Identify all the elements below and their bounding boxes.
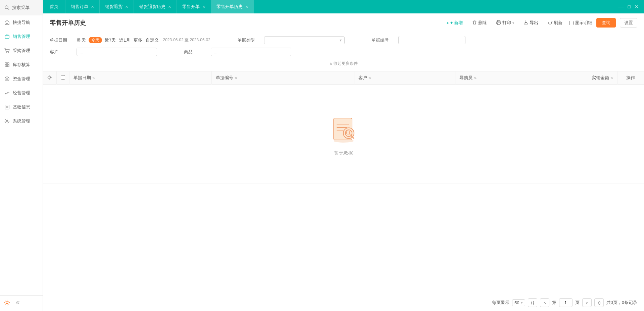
- export-icon: [524, 20, 528, 26]
- goods-placeholder-text: ...: [214, 49, 217, 54]
- svg-rect-8: [7, 65, 9, 67]
- delete-button[interactable]: 删除: [469, 18, 490, 27]
- doc-num-input[interactable]: [398, 36, 465, 44]
- date-options: 昨天 今天 近7天 近1月 更多 自定义 2023-06-02 至 2023-0…: [77, 37, 210, 44]
- next-page-button[interactable]: ＞: [582, 298, 592, 307]
- per-page-value: 50: [514, 300, 519, 305]
- date-opt-yesterday[interactable]: 昨天: [77, 37, 87, 44]
- th-customer[interactable]: 客户 ⇅: [354, 71, 455, 85]
- tab-close-icon[interactable]: ✕: [91, 5, 94, 9]
- collapse-button[interactable]: ∧ 收起更多条件: [330, 61, 358, 66]
- th-salesperson[interactable]: 导购员 ⇅: [455, 71, 577, 85]
- collapse-label: 收起更多条件: [334, 61, 358, 66]
- tab-sales-return-label: 销货退货: [105, 4, 122, 10]
- search-icon: [4, 5, 10, 11]
- export-button[interactable]: 导出: [521, 18, 541, 27]
- settings-icon[interactable]: [4, 300, 10, 307]
- sidebar-item-label: 快捷导航: [13, 19, 30, 25]
- per-page-dropdown-icon: ▾: [521, 301, 523, 305]
- th-num[interactable]: 单据编号 ⇅: [212, 71, 354, 85]
- sidebar-item-inventory[interactable]: 库存核算: [0, 58, 43, 72]
- last-page-button[interactable]: ⟩⟩: [594, 298, 604, 307]
- date-opt-7days[interactable]: 近7天: [104, 37, 116, 44]
- th-amount[interactable]: 实销金额 ⇅: [577, 71, 617, 85]
- prev-page-button[interactable]: ＜: [540, 298, 549, 307]
- empty-text: 暂无数据: [334, 150, 353, 156]
- maximize-button[interactable]: □: [628, 4, 631, 9]
- show-detail-input[interactable]: [569, 21, 574, 25]
- sidebar-item-label: 库存核算: [13, 62, 30, 68]
- select-all-checkbox[interactable]: [61, 75, 65, 80]
- tab-close-icon[interactable]: ✕: [202, 5, 205, 9]
- purchase-icon: [4, 48, 10, 54]
- customer-placeholder-text: ...: [80, 49, 83, 54]
- date-opt-1month[interactable]: 近1月: [118, 37, 131, 44]
- sidebar: 搜索采单 快捷导航 销售管理 采购管理: [0, 0, 43, 311]
- table-body: 暂无数据: [43, 85, 644, 184]
- collapse-icon[interactable]: [15, 300, 21, 307]
- customer-input[interactable]: ...: [77, 48, 157, 56]
- pagination: 每页显示 50 ▾ ⟨⟨ ＜ 第 页 ＞ ⟩⟩ 共0页，0条记录: [43, 294, 644, 311]
- sidebar-item-label: 基础信息: [13, 104, 30, 110]
- page-number-input[interactable]: [559, 298, 573, 307]
- page-title: 零售开单历史: [50, 19, 86, 27]
- tab-retail-open[interactable]: 零售开单 ✕: [177, 0, 211, 13]
- date-opt-today[interactable]: 今天: [89, 37, 102, 43]
- sidebar-item-operations[interactable]: 经营管理: [0, 86, 43, 100]
- add-icon: +: [446, 20, 449, 25]
- tab-retail-open-history[interactable]: 零售开单历史 ✕: [211, 0, 254, 13]
- add-button[interactable]: + + 新增: [444, 18, 465, 27]
- sidebar-item-label: 资金管理: [13, 76, 30, 82]
- tab-sales-return[interactable]: 销货退货 ✕: [100, 0, 134, 13]
- tab-close-icon[interactable]: ✕: [245, 5, 248, 9]
- sidebar-item-label: 销售管理: [13, 34, 30, 40]
- sidebar-item-quick-nav[interactable]: 快捷导航: [0, 15, 43, 30]
- tab-sales-return-history[interactable]: 销货退货历史 ✕: [134, 0, 177, 13]
- goods-input[interactable]: ...: [211, 48, 291, 56]
- tab-sales-order[interactable]: 销售订单 ✕: [65, 0, 100, 13]
- base-info-icon: [4, 104, 10, 110]
- th-actions-label: 操作: [626, 75, 635, 80]
- sidebar-search[interactable]: 搜索采单: [0, 0, 43, 15]
- empty-illustration: [327, 111, 360, 145]
- first-page-button[interactable]: ⟨⟨: [528, 298, 537, 307]
- svg-point-13: [6, 302, 8, 304]
- show-detail-checkbox[interactable]: 显示明细: [569, 20, 592, 26]
- page-suffix: 页: [575, 300, 580, 306]
- sidebar-item-label: 经营管理: [13, 90, 30, 96]
- empty-state-row: 暂无数据: [43, 85, 644, 184]
- th-amount-label: 实销金额: [592, 75, 609, 81]
- content-area: 零售开单历史 + + 新增 删除: [43, 13, 644, 311]
- settings-button[interactable]: 设置: [620, 18, 637, 28]
- tab-sales-return-history-label: 销货退货历史: [139, 4, 165, 10]
- refresh-button[interactable]: 刷新: [545, 18, 565, 27]
- date-opt-custom[interactable]: 自定义: [145, 37, 159, 44]
- minimize-button[interactable]: —: [618, 4, 624, 10]
- close-button[interactable]: ✕: [635, 4, 639, 9]
- query-button[interactable]: 查询: [596, 18, 616, 28]
- sidebar-item-base-info[interactable]: 基础信息: [0, 100, 43, 114]
- tab-home[interactable]: 首页: [43, 0, 65, 13]
- date-opt-more[interactable]: 更多: [133, 37, 143, 44]
- th-checkbox[interactable]: [56, 71, 69, 85]
- sidebar-item-purchase-mgmt[interactable]: 采购管理: [0, 44, 43, 58]
- goods-filter-label: 商品: [184, 49, 204, 55]
- th-date[interactable]: 单据日期 ⇅: [69, 71, 212, 85]
- th-salesperson-label: 导购员: [459, 75, 473, 81]
- th-settings[interactable]: [43, 71, 56, 85]
- sidebar-item-finance[interactable]: 资金管理: [0, 72, 43, 86]
- print-button[interactable]: 打印 ▾: [494, 18, 517, 27]
- per-page-select[interactable]: 50 ▾: [512, 299, 525, 306]
- per-page-label: 每页显示: [492, 300, 509, 306]
- tab-close-icon[interactable]: ✕: [125, 5, 128, 9]
- tab-close-icon[interactable]: ✕: [168, 5, 171, 9]
- chevron-down-icon: ▾: [340, 38, 342, 43]
- tab-home-label: 首页: [50, 4, 58, 10]
- doc-type-select[interactable]: ▾: [264, 36, 345, 44]
- page-header: 零售开单历史 + + 新增 删除: [43, 13, 644, 31]
- sidebar-search-label: 搜索采单: [12, 5, 30, 11]
- sidebar-item-system-mgmt[interactable]: 系统管理: [0, 114, 43, 128]
- sidebar-item-sales-mgmt[interactable]: 销售管理: [0, 30, 43, 44]
- doc-num-filter-label: 单据编号: [371, 37, 392, 43]
- svg-rect-2: [5, 35, 9, 38]
